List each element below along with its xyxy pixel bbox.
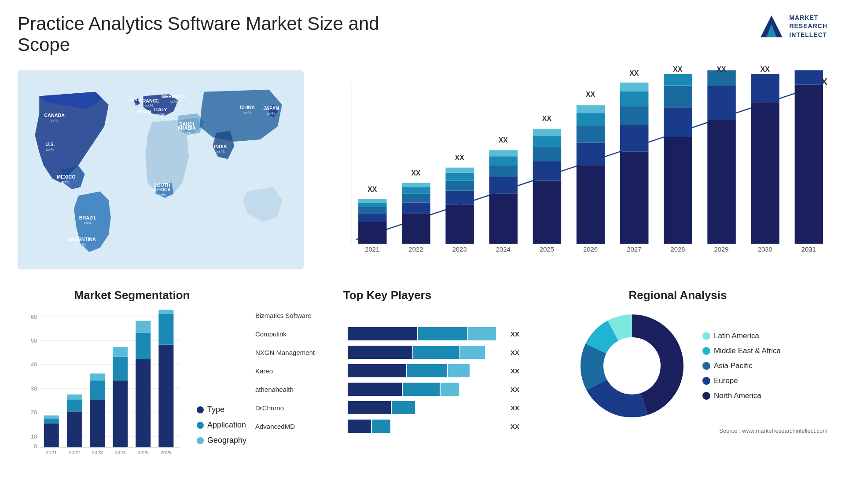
svg-text:xx%: xx% [243, 110, 252, 115]
svg-text:2022: 2022 [408, 246, 423, 253]
legend-type: Type [197, 405, 246, 414]
player-bars [348, 327, 502, 340]
bar-segment [348, 401, 391, 414]
svg-text:60: 60 [31, 314, 37, 320]
svg-text:JAPAN: JAPAN [263, 106, 279, 111]
svg-rect-67 [533, 161, 561, 181]
bar-segment [348, 346, 412, 359]
svg-text:XX: XX [673, 66, 683, 73]
svg-text:xx%: xx% [158, 192, 166, 197]
world-map: CANADA xx% U.S. xx% MEXICO xx% BRAZIL xx… [18, 64, 304, 275]
player-bars [348, 364, 502, 377]
player-row: AdvancedMD XX [255, 420, 519, 433]
svg-text:20: 20 [31, 409, 37, 416]
svg-text:XX: XX [499, 136, 508, 144]
svg-text:2031: 2031 [801, 246, 816, 253]
bottom-section: Market Segmentation 60 50 40 30 20 10 0 [18, 289, 827, 473]
svg-rect-130 [90, 380, 105, 399]
svg-text:xx%: xx% [267, 111, 276, 116]
svg-rect-84 [620, 83, 648, 91]
player-xx: XX [506, 404, 519, 412]
svg-rect-40 [358, 207, 386, 213]
svg-rect-127 [67, 394, 82, 399]
svg-text:40: 40 [31, 362, 37, 368]
svg-text:AFRICA: AFRICA [153, 187, 171, 192]
svg-rect-89 [664, 86, 692, 108]
players-table: Bizmatics Software Compulink XX NXGN Man… [255, 309, 519, 433]
svg-text:GERMANY: GERMANY [162, 94, 186, 99]
svg-rect-59 [489, 194, 518, 244]
svg-text:2027: 2027 [627, 246, 641, 253]
player-name: Compulink [255, 330, 343, 338]
svg-text:XX: XX [455, 154, 465, 161]
svg-rect-41 [358, 202, 386, 207]
svg-rect-74 [577, 143, 605, 166]
svg-rect-53 [445, 191, 474, 205]
application-dot [197, 422, 204, 429]
svg-rect-80 [620, 151, 648, 244]
svg-rect-126 [67, 399, 82, 411]
svg-text:2030: 2030 [758, 246, 772, 253]
bar-segment [403, 383, 440, 396]
svg-text:xx%: xx% [140, 114, 148, 119]
svg-rect-48 [402, 187, 430, 194]
svg-rect-123 [44, 416, 59, 419]
svg-text:xx%: xx% [169, 99, 178, 104]
player-name: DrChrono [255, 404, 343, 412]
segmentation-title: Market Segmentation [18, 289, 246, 302]
svg-rect-62 [489, 156, 518, 165]
svg-text:XX: XX [542, 115, 552, 122]
svg-text:2023: 2023 [452, 246, 467, 253]
svg-rect-131 [90, 373, 105, 380]
bar-segment [441, 383, 459, 396]
latin-america-dot [702, 332, 710, 340]
player-name: Kareo [255, 367, 343, 375]
svg-text:xx%: xx% [130, 102, 139, 106]
svg-rect-69 [533, 136, 561, 147]
bar-chart-svg: XX 2021 XX 2022 XX 2023 XX 20 [312, 64, 827, 275]
player-bars [348, 346, 502, 359]
svg-rect-82 [620, 106, 648, 125]
svg-text:2022: 2022 [69, 450, 80, 455]
player-bars [348, 401, 502, 414]
player-row: athenahealth XX [255, 383, 519, 396]
svg-rect-139 [136, 321, 151, 332]
svg-rect-54 [445, 181, 474, 191]
svg-rect-93 [707, 120, 735, 244]
svg-text:XX: XX [629, 69, 639, 77]
svg-text:xx%: xx% [183, 131, 191, 136]
player-name: AdvancedMD [255, 423, 343, 430]
svg-rect-121 [44, 424, 59, 447]
bar-segment [348, 383, 402, 396]
regional-legend: Latin America Middle East & Africa Asia … [702, 332, 781, 400]
player-row: Compulink XX [255, 327, 519, 340]
regional-title: Regional Analysis [528, 289, 827, 302]
seg-legend: Type Application Geography [197, 405, 246, 458]
bar-segment [418, 327, 467, 340]
svg-text:2024: 2024 [115, 450, 126, 455]
source-text: Source : www.marketresearchintellect.com [528, 427, 827, 434]
svg-rect-38 [358, 222, 386, 244]
svg-text:2021: 2021 [46, 450, 57, 455]
svg-rect-55 [445, 173, 474, 181]
legend-geography: Geography [197, 436, 246, 445]
svg-rect-142 [158, 314, 173, 344]
legend-middle-east-africa: Middle East & Africa [702, 347, 781, 355]
main-bar-chart: XX 2021 XX 2022 XX 2023 XX 20 [312, 64, 827, 275]
svg-text:ARABIA: ARABIA [177, 125, 196, 131]
svg-rect-87 [664, 137, 692, 244]
svg-text:ARGENTINA: ARGENTINA [68, 237, 96, 242]
svg-rect-99 [751, 74, 779, 102]
svg-rect-75 [577, 126, 605, 143]
svg-text:XX: XX [367, 186, 377, 193]
player-xx: XX [506, 330, 519, 338]
player-row: NXGN Management XX [255, 346, 519, 359]
bar-segment [392, 401, 415, 414]
europe-dot [702, 377, 710, 385]
svg-rect-125 [67, 411, 82, 447]
svg-rect-52 [445, 205, 474, 244]
bar-segment [348, 420, 371, 433]
svg-text:XX: XX [760, 66, 770, 73]
key-players-section: Top Key Players Bizmatics Software Compu… [255, 289, 519, 473]
svg-text:2025: 2025 [540, 246, 554, 253]
